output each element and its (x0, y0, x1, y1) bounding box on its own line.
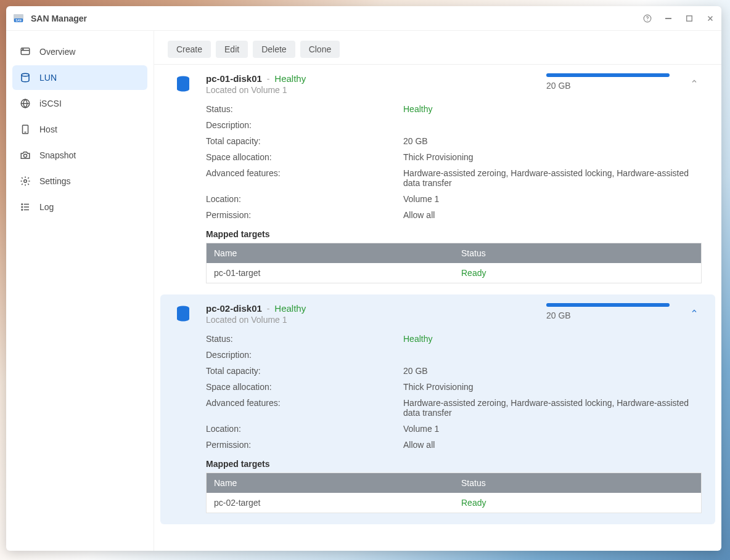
app-icon: SAN (12, 12, 25, 25)
value-permission: Allow all (403, 210, 702, 220)
target-status: Ready (454, 493, 702, 513)
value-allocation: Thick Provisioning (403, 152, 702, 162)
sidebar: Overview LUN iSCSI Host Snapshot Setting… (6, 31, 154, 551)
sidebar-item-label: Overview (39, 47, 75, 57)
camera-icon (20, 150, 35, 161)
sidebar-item-host[interactable]: Host (12, 117, 147, 142)
sidebar-item-label: Host (39, 124, 57, 134)
col-status: Status (454, 243, 702, 264)
label-allocation: Space allocation: (206, 382, 403, 392)
lun-location-sub: Located on Volume 1 (206, 315, 453, 325)
sidebar-item-label: iSCSI (39, 99, 62, 108)
lun-icon (20, 72, 35, 83)
label-status: Status: (206, 334, 403, 344)
sidebar-item-settings[interactable]: Settings (12, 169, 147, 193)
value-advanced: Hardware-assisted zeroing, Hardware-assi… (403, 168, 702, 188)
mapped-targets-table: Name Status pc-01-target Ready (206, 243, 702, 283)
log-icon (20, 201, 35, 213)
label-capacity: Total capacity: (206, 366, 403, 376)
gear-icon (20, 176, 35, 187)
svg-point-4 (647, 20, 647, 20)
edit-button[interactable]: Edit (216, 41, 248, 58)
overview-icon (20, 46, 35, 57)
svg-point-17 (23, 154, 27, 157)
main-content: Create Edit Delete Clone pc-01-disk01 - … (154, 31, 721, 551)
lun-header: pc-02-disk01 - Healthy Located on Volume… (174, 303, 702, 325)
value-permission: Allow all (403, 440, 702, 450)
storage-icon (174, 303, 199, 325)
titlebar: SAN SAN Manager (6, 6, 721, 31)
sidebar-item-overview[interactable]: Overview (12, 39, 147, 64)
lun-name: pc-02-disk01 (206, 303, 262, 314)
svg-text:SAN: SAN (15, 18, 22, 22)
svg-rect-6 (687, 15, 692, 21)
col-name: Name (207, 243, 454, 264)
mapped-targets-title: Mapped targets (206, 459, 702, 469)
lun-card[interactable]: pc-01-disk01 - Healthy Located on Volume… (160, 65, 715, 294)
mapped-targets-title: Mapped targets (206, 229, 702, 239)
lun-size: 20 GB (546, 81, 682, 91)
mapped-targets-table: Name Status pc-02-target Ready (206, 473, 702, 513)
label-description: Description: (206, 120, 403, 130)
sidebar-item-lun[interactable]: LUN (12, 65, 147, 90)
svg-point-12 (22, 73, 29, 76)
target-name: pc-01-target (207, 263, 454, 283)
collapse-icon[interactable] (687, 303, 702, 320)
col-name: Name (207, 473, 454, 493)
table-row[interactable]: pc-02-target Ready (207, 493, 702, 513)
lun-health: Healthy (274, 73, 306, 84)
lun-location-sub: Located on Volume 1 (206, 85, 453, 95)
label-location: Location: (206, 424, 403, 434)
sidebar-item-log[interactable]: Log (12, 195, 147, 219)
sidebar-item-label: Snapshot (39, 150, 76, 160)
maximize-icon[interactable] (684, 14, 694, 23)
label-description: Description: (206, 350, 403, 360)
lun-card[interactable]: pc-02-disk01 - Healthy Located on Volume… (160, 294, 715, 524)
storage-icon (174, 73, 199, 95)
svg-point-22 (22, 204, 23, 205)
close-icon[interactable] (705, 14, 715, 23)
label-status: Status: (206, 104, 403, 114)
label-permission: Permission: (206, 210, 403, 220)
table-row[interactable]: pc-01-target Ready (207, 263, 702, 283)
create-button[interactable]: Create (168, 41, 211, 58)
value-status: Healthy (403, 104, 702, 114)
usage-bar (546, 303, 670, 307)
svg-point-11 (23, 49, 23, 49)
globe-icon (20, 98, 35, 109)
usage-bar (546, 73, 670, 77)
lun-name: pc-01-disk01 (206, 73, 262, 84)
value-capacity: 20 GB (403, 136, 702, 146)
san-manager-window: SAN SAN Manager Overview LUN iSCSI (6, 6, 721, 551)
sidebar-item-iscsi[interactable]: iSCSI (12, 91, 147, 116)
clone-button[interactable]: Clone (300, 41, 340, 58)
lun-health: Healthy (274, 303, 306, 314)
label-capacity: Total capacity: (206, 136, 403, 146)
svg-point-18 (24, 180, 27, 183)
sidebar-item-snapshot[interactable]: Snapshot (12, 143, 147, 168)
collapse-icon[interactable] (687, 73, 702, 91)
separator: - (267, 74, 270, 84)
svg-point-24 (22, 209, 23, 211)
app-title: SAN Manager (31, 14, 642, 23)
delete-button[interactable]: Delete (253, 41, 295, 58)
minimize-icon[interactable] (663, 14, 673, 23)
lun-size: 20 GB (546, 310, 682, 320)
lun-header: pc-01-disk01 - Healthy Located on Volume… (174, 73, 702, 95)
col-status: Status (454, 473, 702, 493)
svg-point-23 (22, 206, 23, 208)
value-description (403, 120, 702, 130)
sidebar-item-label: Log (39, 202, 54, 212)
label-advanced: Advanced features: (206, 398, 403, 418)
label-location: Location: (206, 194, 403, 204)
separator: - (267, 304, 270, 314)
sidebar-item-label: Settings (39, 176, 71, 186)
value-advanced: Hardware-assisted zeroing, Hardware-assi… (403, 398, 702, 418)
target-status: Ready (454, 263, 702, 283)
value-location: Volume 1 (403, 194, 702, 204)
help-icon[interactable] (642, 14, 652, 23)
value-status: Healthy (403, 334, 702, 344)
label-allocation: Space allocation: (206, 152, 403, 162)
label-advanced: Advanced features: (206, 168, 403, 188)
target-name: pc-02-target (207, 493, 454, 513)
